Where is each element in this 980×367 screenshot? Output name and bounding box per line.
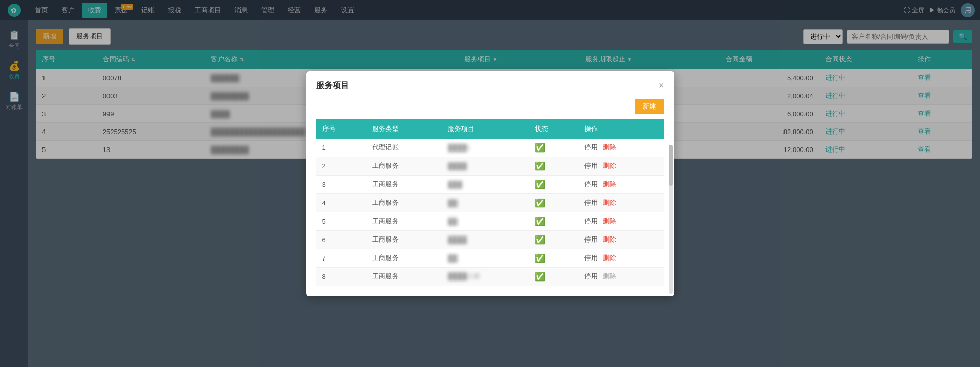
modal-cell-type: 代理记账 bbox=[366, 139, 442, 157]
modal-cell-status: ✅ bbox=[529, 139, 579, 157]
modal-cell-seq: 6 bbox=[316, 230, 366, 249]
delete-button[interactable]: 删除 bbox=[603, 143, 616, 151]
modal-cell-seq: 1 bbox=[316, 139, 366, 157]
modal-col-item: 服务项目 bbox=[442, 119, 528, 139]
modal-cell-type: 工商服务 bbox=[366, 157, 442, 175]
delete-button[interactable]: 删除 bbox=[603, 162, 616, 169]
modal-cell-type: 工商服务 bbox=[366, 267, 442, 286]
modal-cell-action[interactable]: 停用 删除 bbox=[578, 267, 664, 286]
modal-cell-status: ✅ bbox=[529, 230, 579, 249]
list-item: 1 代理记账 ████1 ✅ 停用 删除 bbox=[316, 139, 664, 157]
modal-cell-action[interactable]: 停用 删除 bbox=[578, 249, 664, 267]
delete-button[interactable]: 删除 bbox=[603, 235, 616, 243]
modal-cell-status: ✅ bbox=[529, 157, 579, 175]
status-check-icon: ✅ bbox=[535, 199, 545, 207]
list-item: 2 工商服务 ████ ✅ 停用 删除 bbox=[316, 157, 664, 175]
modal-cell-action[interactable]: 停用 删除 bbox=[578, 193, 664, 212]
modal-body[interactable]: 序号 服务类型 服务项目 状态 操作 1 代理记账 ████1 ✅ 停用 删除 bbox=[306, 119, 674, 296]
scrollbar-track[interactable] bbox=[669, 145, 673, 294]
modal-cell-seq: 2 bbox=[316, 157, 366, 175]
modal-cell-status: ✅ bbox=[529, 175, 579, 193]
modal-cell-action[interactable]: 停用 删除 bbox=[578, 157, 664, 175]
status-check-icon: ✅ bbox=[535, 272, 545, 281]
modal-title: 服务项目 bbox=[316, 80, 349, 91]
modal-cell-action[interactable]: 停用 删除 bbox=[578, 230, 664, 249]
stop-button[interactable]: 停用 bbox=[584, 272, 598, 280]
main-layout: 📋 合同 💰 收费 📄 对账单 新增 服务项目 进行中 全部 已终止 🔍 bbox=[0, 20, 980, 367]
modal-table: 序号 服务类型 服务项目 状态 操作 1 代理记账 ████1 ✅ 停用 删除 bbox=[316, 119, 664, 286]
modal-cell-type: 工商服务 bbox=[366, 175, 442, 193]
stop-button[interactable]: 停用 bbox=[584, 254, 598, 262]
modal-header: 服务项目 × bbox=[306, 71, 674, 96]
modal-cell-seq: 8 bbox=[316, 267, 366, 286]
list-item: 3 工商服务 ███ ✅ 停用 删除 bbox=[316, 175, 664, 193]
modal-cell-seq: 3 bbox=[316, 175, 366, 193]
modal-col-action: 操作 bbox=[578, 119, 664, 139]
modal-cell-status: ✅ bbox=[529, 193, 579, 212]
list-item: 6 工商服务 ████ ✅ 停用 删除 bbox=[316, 230, 664, 249]
modal-cell-type: 工商服务 bbox=[366, 230, 442, 249]
modal-cell-action[interactable]: 停用 删除 bbox=[578, 212, 664, 230]
modal-cell-seq: 5 bbox=[316, 212, 366, 230]
stop-button[interactable]: 停用 bbox=[584, 180, 598, 188]
modal-cell-status: ✅ bbox=[529, 212, 579, 230]
modal-cell-item: ██ bbox=[442, 212, 528, 230]
modal-cell-seq: 4 bbox=[316, 193, 366, 212]
modal-cell-type: 工商服务 bbox=[366, 193, 442, 212]
delete-button[interactable]: 删除 bbox=[603, 272, 616, 280]
modal-col-seq: 序号 bbox=[316, 119, 366, 139]
modal-cell-item: ████1 bbox=[442, 139, 528, 157]
stop-button[interactable]: 停用 bbox=[584, 162, 598, 169]
modal-cell-item: ███ bbox=[442, 175, 528, 193]
list-item: 7 工商服务 ██ ✅ 停用 删除 bbox=[316, 249, 664, 267]
modal-cell-type: 工商服务 bbox=[366, 249, 442, 267]
status-check-icon: ✅ bbox=[535, 254, 545, 263]
list-item: 8 工商服务 ████注册 ✅ 停用 删除 bbox=[316, 267, 664, 286]
status-check-icon: ✅ bbox=[535, 180, 545, 189]
modal-overlay: 服务项目 × 新建 序号 服务类型 服务项目 状态 bbox=[28, 20, 980, 367]
stop-button[interactable]: 停用 bbox=[584, 143, 598, 151]
delete-button[interactable]: 删除 bbox=[603, 254, 616, 262]
modal-cell-action[interactable]: 停用 删除 bbox=[578, 175, 664, 193]
modal-col-status: 状态 bbox=[529, 119, 579, 139]
modal-cell-item: ████注册 bbox=[442, 267, 528, 286]
status-check-icon: ✅ bbox=[535, 143, 545, 152]
modal-cell-item: ████ bbox=[442, 230, 528, 249]
status-check-icon: ✅ bbox=[535, 217, 545, 226]
content-area: 新增 服务项目 进行中 全部 已终止 🔍 序号 合同编码 ⇅ 客户名称 bbox=[28, 20, 980, 367]
modal-cell-action[interactable]: 停用 删除 bbox=[578, 139, 664, 157]
modal-cell-status: ✅ bbox=[529, 249, 579, 267]
status-check-icon: ✅ bbox=[535, 235, 545, 244]
stop-button[interactable]: 停用 bbox=[584, 217, 598, 225]
stop-button[interactable]: 停用 bbox=[584, 235, 598, 243]
list-item: 4 工商服务 ██ ✅ 停用 删除 bbox=[316, 193, 664, 212]
modal-new-button[interactable]: 新建 bbox=[635, 99, 664, 114]
modal-cell-item: ██ bbox=[442, 249, 528, 267]
delete-button[interactable]: 删除 bbox=[603, 180, 616, 188]
delete-button[interactable]: 删除 bbox=[603, 217, 616, 225]
modal-close-button[interactable]: × bbox=[659, 80, 664, 91]
service-modal: 服务项目 × 新建 序号 服务类型 服务项目 状态 bbox=[306, 71, 674, 296]
modal-toolbar: 新建 bbox=[306, 96, 674, 119]
modal-cell-item: ████ bbox=[442, 157, 528, 175]
stop-button[interactable]: 停用 bbox=[584, 199, 598, 206]
modal-cell-type: 工商服务 bbox=[366, 212, 442, 230]
modal-col-type: 服务类型 bbox=[366, 119, 442, 139]
modal-cell-seq: 7 bbox=[316, 249, 366, 267]
scrollbar-thumb[interactable] bbox=[669, 145, 673, 186]
list-item: 5 工商服务 ██ ✅ 停用 删除 bbox=[316, 212, 664, 230]
delete-button[interactable]: 删除 bbox=[603, 199, 616, 206]
modal-cell-item: ██ bbox=[442, 193, 528, 212]
status-check-icon: ✅ bbox=[535, 162, 545, 170]
modal-cell-status: ✅ bbox=[529, 267, 579, 286]
